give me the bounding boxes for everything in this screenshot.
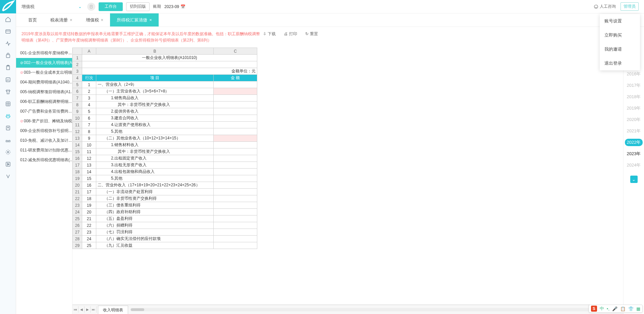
row-header[interactable]: 16 bbox=[73, 155, 82, 162]
row-header[interactable]: 27 bbox=[73, 229, 82, 236]
row-number-cell[interactable]: 22 bbox=[82, 222, 96, 229]
close-icon[interactable]: × bbox=[149, 17, 152, 22]
row-number-cell[interactable]: 1 bbox=[82, 81, 96, 88]
row-header[interactable]: 17 bbox=[73, 162, 82, 169]
item-cell[interactable]: 其中：非货币性资产交换收入 bbox=[96, 102, 214, 108]
item-cell[interactable]: （五）盘盈利得 bbox=[96, 215, 214, 222]
org-selector[interactable]: 增值税 ⌄ bbox=[21, 4, 82, 10]
ime-item[interactable]: 中 bbox=[600, 306, 604, 312]
row-number-cell[interactable]: 8 bbox=[82, 128, 96, 135]
sheet-nav-last[interactable]: ⏭ bbox=[91, 306, 97, 313]
row-header[interactable]: 8 bbox=[73, 102, 82, 108]
row-header[interactable]: 14 bbox=[73, 142, 82, 148]
bag-icon[interactable] bbox=[0, 50, 16, 62]
row-number-cell[interactable]: 21 bbox=[82, 215, 96, 222]
item-cell[interactable]: （一）主营业务收入（3+5+6+7+8） bbox=[96, 88, 214, 95]
row-number-cell[interactable]: 4 bbox=[82, 102, 96, 108]
row-number-cell[interactable]: 7 bbox=[82, 122, 96, 128]
row-number-cell[interactable]: 6 bbox=[82, 115, 96, 122]
row-header[interactable]: 12 bbox=[73, 128, 82, 135]
item-cell[interactable]: 一、营业收入（2+9） bbox=[96, 81, 214, 88]
switch-old-button[interactable]: 切到旧版 bbox=[126, 2, 150, 11]
year-item[interactable]: 2023年 bbox=[625, 150, 643, 158]
amount-cell[interactable] bbox=[214, 122, 257, 128]
row-header[interactable]: 20 bbox=[73, 182, 82, 189]
export-icon[interactable] bbox=[0, 122, 16, 134]
row-header[interactable]: 24 bbox=[73, 209, 82, 215]
close-icon[interactable]: × bbox=[101, 17, 104, 22]
page-tab[interactable]: 首页 bbox=[21, 13, 44, 26]
reset-button[interactable]: ↻ 重置 bbox=[305, 31, 318, 37]
amount-cell[interactable] bbox=[214, 215, 257, 222]
amount-cell[interactable] bbox=[214, 229, 257, 236]
row-header[interactable]: 3 bbox=[73, 68, 82, 75]
row-header[interactable]: 11 bbox=[73, 122, 82, 128]
grid-icon[interactable] bbox=[0, 98, 16, 110]
ime-shirt-icon[interactable]: 👕 bbox=[628, 306, 634, 311]
sheet-nav-prev[interactable]: ◀ bbox=[78, 306, 85, 313]
page-tab[interactable]: 税表清册× bbox=[44, 13, 79, 26]
ime-item[interactable]: •, bbox=[607, 306, 609, 311]
year-item[interactable]: 2018年 bbox=[625, 93, 643, 101]
form-list-item[interactable]: 004-期间费用明细表(A1040... bbox=[16, 77, 72, 87]
download-button[interactable]: ⇩ 下载 bbox=[263, 31, 276, 37]
pulse-icon[interactable] bbox=[0, 38, 16, 50]
amount-cell[interactable] bbox=[214, 242, 257, 249]
inbox-icon[interactable] bbox=[0, 134, 16, 146]
workbench-button[interactable]: 工作台 bbox=[99, 2, 123, 11]
user-menu-item[interactable]: 退出登录 bbox=[600, 56, 640, 70]
row-header[interactable]: 15 bbox=[73, 148, 82, 155]
row-header[interactable]: 6 bbox=[73, 88, 82, 95]
row-number-cell[interactable]: 13 bbox=[82, 162, 96, 169]
ime-toolbar[interactable]: S 中 •, 🎤 📋 👕 ▦ bbox=[589, 305, 643, 313]
row-header[interactable]: 29 bbox=[73, 242, 82, 249]
amount-cell[interactable] bbox=[214, 95, 257, 102]
year-item[interactable]: 2016年 bbox=[625, 70, 643, 78]
row-header[interactable]: 10 bbox=[73, 115, 82, 122]
row-header[interactable]: 28 bbox=[73, 236, 82, 242]
card-icon[interactable] bbox=[0, 25, 16, 38]
form-list-item[interactable]: ⊘008-资产折旧、摊销及纳税... bbox=[16, 116, 72, 126]
amount-cell[interactable] bbox=[214, 182, 257, 189]
consult-link[interactable]: 人工咨询 bbox=[594, 4, 616, 9]
row-header[interactable]: 13 bbox=[73, 135, 82, 142]
amount-cell[interactable] bbox=[214, 202, 257, 209]
row-number-cell[interactable]: 5 bbox=[82, 108, 96, 115]
amount-cell[interactable] bbox=[214, 142, 257, 148]
year-item[interactable]: 2020年 bbox=[625, 116, 643, 123]
print-button[interactable]: 🖨 打印 bbox=[284, 31, 297, 37]
item-cell[interactable]: （四）政府补助利得 bbox=[96, 209, 214, 215]
amount-cell[interactable] bbox=[214, 81, 257, 88]
item-cell[interactable]: （三）债务重组利得 bbox=[96, 202, 214, 209]
page-tab[interactable]: 所得税汇算清缴× bbox=[110, 13, 159, 26]
year-item[interactable]: 2022年 bbox=[625, 139, 643, 146]
row-number-cell[interactable]: 18 bbox=[82, 195, 96, 202]
form-list-item[interactable]: 001-企业所得税年度纳税申... bbox=[16, 48, 72, 58]
item-cell[interactable]: （二）非货币性资产交换利得 bbox=[96, 195, 214, 202]
sheet-scroll[interactable]: ABC1一般企业收入明细表(A101010)23金额单位：元4行次项 目金 额5… bbox=[72, 48, 623, 305]
col-header[interactable]: A bbox=[82, 48, 96, 55]
row-number-cell[interactable]: 25 bbox=[82, 242, 96, 249]
sheet-tab[interactable]: 收入明细表 bbox=[98, 306, 128, 314]
play-icon[interactable] bbox=[0, 158, 16, 170]
row-header[interactable]: 22 bbox=[73, 195, 82, 202]
user-menu-item[interactable]: 账号设置 bbox=[600, 14, 640, 28]
row-header[interactable]: 9 bbox=[73, 108, 82, 115]
amount-cell[interactable] bbox=[214, 102, 257, 108]
col-header[interactable]: B bbox=[96, 48, 214, 55]
hotpot-icon[interactable] bbox=[0, 110, 16, 122]
amount-cell[interactable] bbox=[214, 222, 257, 229]
item-cell[interactable]: （六）捐赠利得 bbox=[96, 222, 214, 229]
year-item[interactable]: 2024年 bbox=[625, 162, 643, 169]
item-cell[interactable]: 5.其他 bbox=[96, 175, 214, 182]
row-number-cell[interactable]: 11 bbox=[82, 148, 96, 155]
amount-cell[interactable] bbox=[214, 155, 257, 162]
form-list-item[interactable]: 009-企业所得税弥补亏损明... bbox=[16, 126, 72, 136]
form-list-item[interactable]: 005-纳税调整项目明细表(A1... bbox=[16, 87, 72, 97]
row-number-cell[interactable]: 23 bbox=[82, 229, 96, 236]
row-number-cell[interactable]: 12 bbox=[82, 155, 96, 162]
item-cell[interactable]: 3.建造合同收入 bbox=[96, 115, 214, 122]
year-item[interactable]: 2019年 bbox=[625, 105, 643, 112]
stats-icon[interactable] bbox=[0, 74, 16, 86]
row-header[interactable]: 26 bbox=[73, 222, 82, 229]
